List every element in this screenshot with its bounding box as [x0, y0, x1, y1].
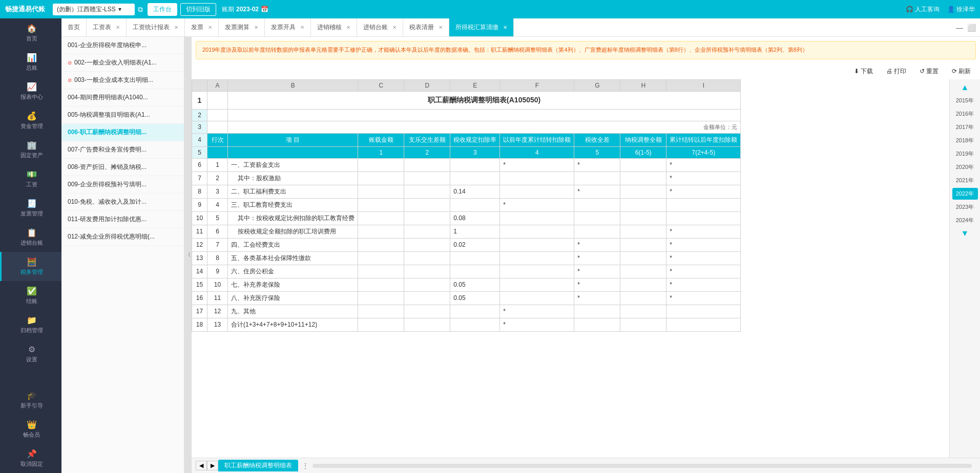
- list-item-012[interactable]: 012-减免企业所得税优惠明细(...: [61, 228, 184, 246]
- sheet-options-icon[interactable]: ⋮: [302, 462, 308, 469]
- list-item-002[interactable]: ⊘ 002-一般企业收入明细表(A1...: [61, 54, 184, 72]
- year-btn-2021[interactable]: 2021年: [952, 175, 978, 186]
- sidebar-item-sales[interactable]: 📋 进销台账: [0, 223, 61, 252]
- tab-home[interactable]: 首页: [61, 18, 87, 37]
- year-btn-2018[interactable]: 2018年: [952, 135, 978, 146]
- workspace-button[interactable]: 工作台: [148, 3, 177, 16]
- year-btn-2015[interactable]: 2015年: [952, 95, 978, 106]
- ledger-icon: 📊: [27, 53, 37, 62]
- sidebar-item-home[interactable]: 🏠 首页: [0, 18, 61, 48]
- tab-close-audit[interactable]: ✕: [346, 25, 350, 30]
- sidebar-item-assets[interactable]: 🏢 固定资产: [0, 135, 61, 164]
- tab-maximize-button[interactable]: ⬜: [967, 24, 976, 32]
- list-item-006[interactable]: 006-职工薪酬纳税调整明细...: [61, 124, 184, 141]
- table-row: 15 10 七、补充养老保险 0.05 *: [192, 278, 741, 291]
- company-name: (勿删）江西赣宝-LSS: [57, 5, 116, 14]
- cell-6-A: 1: [207, 158, 228, 171]
- list-item-005[interactable]: 005-纳税调整项目明细表(A1...: [61, 106, 184, 124]
- tab-invoice-issue[interactable]: 发票开具 ✕: [265, 18, 311, 37]
- panel-collapse-button[interactable]: 《: [184, 37, 192, 473]
- cell-11-H: [620, 225, 666, 238]
- sidebar-item-close[interactable]: ✅ 结账: [0, 281, 61, 310]
- cell-17-G: [574, 305, 620, 318]
- year-btn-2019[interactable]: 2019年: [952, 148, 978, 160]
- notice-bar: 2019年度涉及取以前年度结转数据的申报表单元格需要手工修护正确，才能确认本年及…: [196, 41, 976, 59]
- cell-10-A: 5: [207, 211, 228, 225]
- company-selector[interactable]: (勿删）江西赣宝-LSS ▾: [53, 4, 135, 15]
- user-menu-btn[interactable]: 👤 徐泽华: [947, 5, 975, 14]
- tab-minimize-button[interactable]: —: [956, 24, 963, 32]
- switch-old-button[interactable]: 切到旧版: [180, 3, 216, 16]
- sheet-nav-next[interactable]: ▶: [207, 461, 218, 470]
- copy-icon[interactable]: ⧉: [138, 5, 143, 14]
- tab-audit[interactable]: 进销稽核 ✕: [311, 18, 357, 37]
- year-btn-2024[interactable]: 2024年: [952, 214, 978, 226]
- tab-close-income-tax[interactable]: ✕: [503, 25, 507, 30]
- download-button[interactable]: ⬇ 下载: [850, 66, 877, 77]
- cell-7-I: *: [666, 171, 741, 185]
- tab-close-payroll-stats[interactable]: ✕: [174, 25, 178, 30]
- row-num-9: 9: [192, 198, 207, 211]
- list-item-011[interactable]: 011-研发费用加计扣除优惠...: [61, 211, 184, 228]
- tab-close-invoice[interactable]: ✕: [208, 25, 212, 30]
- horizontal-scrollbar[interactable]: [312, 464, 972, 468]
- cell-9-G: [574, 198, 620, 211]
- sidebar-item-guide[interactable]: 🎓 新手引导: [0, 385, 61, 415]
- print-button[interactable]: 🖨 打印: [882, 66, 910, 77]
- list-item-008[interactable]: 008-资产折旧、摊销及纳税...: [61, 159, 184, 176]
- customer-service-btn[interactable]: 🎧 人工客询: [906, 5, 940, 14]
- sidebar-item-payroll[interactable]: 💵 工资: [0, 164, 61, 193]
- cell-9-E: [450, 198, 500, 211]
- sidebar-item-invoice[interactable]: 🧾 发票管理: [0, 193, 61, 223]
- header-seq: 行次: [207, 133, 228, 146]
- list-item-004[interactable]: 004-期间费用明细表(A1040...: [61, 89, 184, 106]
- tab-tax-register[interactable]: 税表清册 ✕: [403, 18, 449, 37]
- year-nav-up[interactable]: ▲: [960, 82, 970, 93]
- sidebar-item-archive[interactable]: 📁 归档管理: [0, 310, 61, 339]
- tab-invoice[interactable]: 发票 ✕: [185, 18, 219, 37]
- tab-income-tax[interactable]: 所得税汇算清缴 ✕: [449, 18, 514, 37]
- period-calendar-icon[interactable]: 📅: [261, 6, 268, 13]
- tab-sales-ledger[interactable]: 进销台账 ✕: [357, 18, 403, 37]
- tab-close-invoice-issue[interactable]: ✕: [300, 25, 304, 30]
- sidebar-item-settings[interactable]: ⚙ 设置: [0, 339, 61, 369]
- tab-close-invoice-calc[interactable]: ✕: [254, 25, 258, 30]
- cell-13-C: [358, 251, 404, 265]
- list-item-003[interactable]: ⊘ 003-一般企业成本支出明细...: [61, 72, 184, 89]
- sidebar-item-unpin[interactable]: 📌 取消固定: [0, 444, 61, 473]
- tab-close-payroll[interactable]: ✕: [116, 25, 120, 30]
- cell-14-D: [404, 265, 450, 278]
- col-H-header: H: [620, 79, 666, 91]
- col-E-header: E: [450, 79, 500, 91]
- sidebar-item-member[interactable]: 👑 畅会员: [0, 415, 61, 444]
- sidebar-item-ledger[interactable]: 📊 总账: [0, 48, 61, 77]
- sheet-nav-prev[interactable]: ◀: [196, 461, 207, 470]
- year-nav-down[interactable]: ▼: [960, 228, 970, 239]
- sidebar-item-reports[interactable]: 📈 报表中心: [0, 77, 61, 106]
- year-btn-2022[interactable]: 2022年: [952, 188, 978, 200]
- sheet-tab[interactable]: 职工薪酬纳税调整明细表: [218, 460, 298, 471]
- list-item-009[interactable]: 009-企业所得税预补亏填明...: [61, 176, 184, 193]
- cell-17-C: [358, 305, 404, 318]
- sidebar-item-funds[interactable]: 💰 资金管理: [0, 106, 61, 135]
- year-btn-2017[interactable]: 2017年: [952, 121, 978, 133]
- tab-close-sales-ledger[interactable]: ✕: [392, 25, 397, 30]
- cell-7-D: [404, 171, 450, 185]
- list-item-007[interactable]: 007-广告费和业务宣传费明...: [61, 141, 184, 159]
- sidebar-item-tax[interactable]: 🧮 税务管理: [0, 252, 61, 281]
- year-btn-2020[interactable]: 2020年: [952, 161, 978, 173]
- tab-payroll-stats[interactable]: 工资统计报表 ✕: [127, 18, 185, 37]
- tab-close-tax-register[interactable]: ✕: [439, 25, 443, 30]
- refresh-button[interactable]: ⟳ 刷新: [948, 66, 975, 77]
- year-btn-2023[interactable]: 2023年: [952, 201, 978, 213]
- tab-invoice-calc[interactable]: 发票测算 ✕: [219, 18, 265, 37]
- list-item-001[interactable]: 001-企业所得税年度纳税申...: [61, 37, 184, 54]
- row-num-17: 17: [192, 305, 207, 318]
- cell-14-E: [450, 265, 500, 278]
- year-btn-2016[interactable]: 2016年: [952, 108, 978, 120]
- list-item-010[interactable]: 010-免税、减收收入及加计...: [61, 193, 184, 211]
- cell-15-B: 七、补充养老保险: [228, 278, 358, 291]
- cell-11-A: 6: [207, 225, 228, 238]
- reset-button[interactable]: ↺ 重置: [915, 66, 943, 77]
- tab-payroll[interactable]: 工资表 ✕: [87, 18, 127, 37]
